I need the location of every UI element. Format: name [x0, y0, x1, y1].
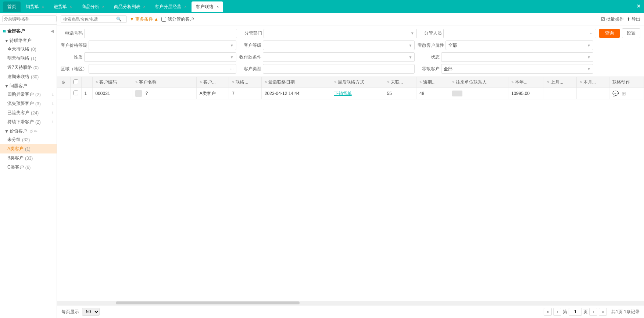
filter-nature-select[interactable]: ▼: [84, 52, 236, 62]
sidebar-today-count: (0): [31, 47, 36, 52]
col-checkbox: [70, 77, 81, 88]
sidebar-section-value[interactable]: ▼ 价值客户 ↺ ✏: [0, 127, 57, 135]
scrollbar-thumb[interactable]: [116, 301, 300, 304]
col-code-label: 客户编码: [99, 79, 117, 85]
tab-analysis-list[interactable]: 商品分析列表 ×: [110, 1, 150, 12]
filter-retail-customer-select[interactable]: 全部 ▼: [441, 64, 593, 74]
tab-customer-segment-close[interactable]: ×: [184, 5, 186, 9]
more-filter-button[interactable]: ▼ 更多条件 ▲: [130, 16, 158, 22]
main-search-icon[interactable]: 🔍: [116, 17, 122, 22]
sidebar-class-b-count: (33): [25, 156, 33, 161]
col-this-year-sort-icon: ⇅: [511, 81, 514, 84]
tab-analysis-list-close[interactable]: ×: [143, 5, 146, 9]
filter-customer-level-select[interactable]: ▼: [263, 40, 415, 50]
filter-payment-select[interactable]: ▼: [263, 52, 415, 62]
sidebar-item-declining[interactable]: 持续下滑客户 (2) ℹ: [0, 117, 57, 127]
col-contact-label: 联络...: [236, 79, 248, 85]
row-name-extra: ？: [144, 91, 149, 96]
sidebar-section-pending[interactable]: ▼ 待联络客户: [0, 36, 57, 45]
sidebar-item-class-c[interactable]: C类客户 (6): [0, 163, 57, 172]
row-last-method[interactable]: 下销货单: [334, 91, 352, 96]
sidebar-search-area: 🔍: [0, 13, 57, 25]
prev-page-button[interactable]: ‹: [553, 308, 561, 316]
main-search-input[interactable]: [63, 17, 115, 21]
row-this-year: 10995.00: [511, 91, 530, 96]
filter-dept-select[interactable]: ▼: [264, 29, 416, 38]
my-customer-label: 我分管的客户: [168, 16, 194, 22]
sidebar-item-7days[interactable]: 近7天待联络 (0): [0, 63, 57, 72]
tab-purchase-close[interactable]: ×: [70, 5, 72, 9]
sidebar-section-problem[interactable]: ▼ 问题客户: [0, 81, 57, 90]
sidebar-item-class-b[interactable]: B类客户 (33): [0, 153, 57, 163]
sidebar-declining-info-icon[interactable]: ℹ: [52, 120, 54, 124]
filter-region-select[interactable]: ···: [89, 64, 236, 74]
filter-retail-attr-select[interactable]: 全部 ▼: [446, 40, 593, 50]
tab-analysis[interactable]: 商品分析 ×: [77, 1, 109, 12]
row-chat-icon[interactable]: 💬: [612, 91, 619, 96]
page-input[interactable]: [569, 308, 582, 316]
sidebar-churn-warning-info-icon[interactable]: ℹ: [52, 102, 54, 106]
sidebar-item-churn-warning[interactable]: 流失预警客户 (3) ℹ: [0, 99, 57, 108]
sidebar-value-edit-icon[interactable]: ✏: [34, 129, 37, 134]
sidebar-declining-label: 持续下滑客户: [7, 119, 34, 125]
filter-price-level-select[interactable]: ▼: [89, 40, 236, 50]
sidebar-item-class-a[interactable]: A类客户 (1): [0, 144, 57, 153]
table-settings-icon[interactable]: ⚙: [61, 80, 65, 85]
settings-button[interactable]: 设置: [622, 28, 640, 38]
first-page-button[interactable]: «: [544, 308, 552, 316]
next-page-button[interactable]: ›: [589, 308, 597, 316]
horizontal-scrollbar[interactable]: [57, 301, 644, 305]
sidebar-item-repurchase-abnormal[interactable]: 回购异常客户 (2) ℹ: [0, 90, 57, 99]
filter-customer-type-select[interactable]: [263, 64, 415, 74]
sidebar-repurchase-info-icon[interactable]: ℹ: [52, 92, 54, 96]
sidebar-repurchase-label: 回购异常客户: [7, 91, 34, 98]
export-button[interactable]: ⬆ 导出: [627, 16, 640, 22]
sidebar-item-churned[interactable]: 已流失客户 (24) ℹ: [0, 108, 57, 117]
sidebar-item-overdue[interactable]: 逾期未联络 (30): [0, 72, 57, 81]
last-page-button[interactable]: »: [599, 308, 607, 316]
tab-purchase[interactable]: 进货单 ×: [49, 1, 76, 12]
filter-manager-select[interactable]: ···: [443, 29, 596, 38]
row-last-month-cell: [544, 88, 577, 99]
query-button[interactable]: 查询: [599, 29, 620, 38]
col-last-month-sort-icon: ⇅: [547, 81, 550, 84]
my-customer-checkbox-label[interactable]: 我分管的客户: [161, 16, 194, 22]
window-close-button[interactable]: ×: [637, 3, 640, 10]
row-not-contacted-cell: 55: [384, 88, 416, 99]
tab-purchase-label: 进货单: [54, 4, 67, 10]
tab-customer-contact-close[interactable]: ×: [217, 5, 219, 9]
tab-sales[interactable]: 销货单 ×: [21, 1, 49, 12]
row-checkbox[interactable]: [74, 91, 78, 95]
tab-customer-contact[interactable]: 客户联络 ×: [192, 1, 223, 12]
tab-home[interactable]: 首页: [3, 1, 21, 12]
sidebar-churned-info-icon[interactable]: ℹ: [52, 111, 54, 115]
sidebar-search-input[interactable]: [2, 15, 57, 22]
sidebar-item-unclassified[interactable]: 未分组 (32): [0, 135, 57, 144]
tab-analysis-label: 商品分析: [82, 4, 99, 10]
sidebar-item-today[interactable]: 今天待联络 (0): [0, 45, 57, 54]
tab-sales-close[interactable]: ×: [42, 5, 44, 9]
filter-nature: 性质 ▼: [61, 52, 236, 62]
sidebar-churned-label: 已流失客户: [7, 110, 29, 116]
filter-phone-input[interactable]: [84, 29, 237, 38]
my-customer-checkbox[interactable]: [161, 17, 166, 22]
row-action-icons: 💬 ⊞: [612, 91, 641, 96]
tab-analysis-close[interactable]: ×: [102, 5, 104, 9]
col-last-method-sort-icon: ⇅: [334, 81, 337, 84]
table-select-all[interactable]: [74, 80, 78, 84]
sidebar-item-tomorrow[interactable]: 明天待联络 (1): [0, 54, 57, 63]
page-nav: « ‹ 第 页 › » 共1页 1条记录: [544, 308, 640, 316]
filter-retail-customer-value: 全部: [444, 66, 452, 72]
col-not-contacted: ⇅ 未联...: [384, 77, 416, 88]
tab-customer-segment[interactable]: 客户分层经营 ×: [150, 1, 191, 12]
sidebar-all-customers[interactable]: ⊞ 全部客户 ◀: [0, 26, 57, 36]
col-overdue-sort-icon: ⇅: [419, 81, 422, 84]
filter-status-select[interactable]: ▼: [441, 52, 593, 62]
content-area: 🔍 ▼ 更多条件 ▲ 我分管的客户 ☑ 批量操作 ⬆ 导出: [57, 13, 644, 318]
customer-table: ⚙ ⇅ 客户编码: [57, 77, 644, 99]
per-page-select[interactable]: 50: [82, 308, 100, 316]
sidebar-value-refresh-icon[interactable]: ↺: [29, 129, 33, 134]
row-qrcode-icon[interactable]: ⊞: [622, 91, 626, 96]
sidebar-collapse-btn[interactable]: ◀: [51, 29, 54, 33]
batch-op-button[interactable]: ☑ 批量操作: [601, 16, 624, 22]
